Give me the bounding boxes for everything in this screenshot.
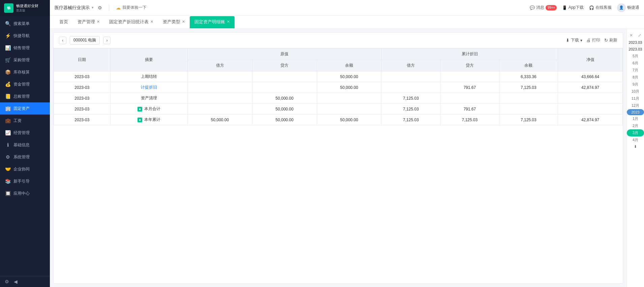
right-panel-close-icon[interactable]: ✕ [630,33,633,38]
sidebar-footer: ⚙ ◀ [0,276,50,287]
refresh-btn[interactable]: ↻ 刷新 [604,37,617,43]
col-orig-debit: 借方 [188,60,252,71]
download-btn[interactable]: ⬇ 下载 ▾ [566,37,582,43]
sidebar-item-app-center[interactable]: 🔲 应用中心 [0,187,50,199]
right-panel-header: ✕ ⤢ [627,32,644,39]
app-title: 畅捷通好业财 [16,3,38,8]
company-settings-icon[interactable]: ⚙ [98,5,102,10]
table-row: 2023-03资产清理50,000.007,125.03 [54,93,623,104]
timeline-year-badge[interactable]: 2023 [627,109,644,115]
tab-depreciation-stats[interactable]: 固定资产折旧统计表 ✕ [104,16,158,28]
sidebar-item-salary[interactable]: 💼 工资 [0,115,50,127]
app-center-icon: 🔲 [5,190,11,196]
print-icon: 🖨 [586,38,591,43]
sidebar-item-ledger[interactable]: 📒 总账管理 [0,90,50,102]
sidebar-item-label: 系统管理 [13,154,30,160]
sidebar-item-label: 工资 [13,118,22,124]
table-row: 2023-03计提折旧50,000.00791.677,125.0342,874… [54,82,623,93]
guide-icon: 📚 [5,178,11,184]
tab-asset-detail[interactable]: 固定资产明细账 ✕ [190,16,235,28]
experience-btn[interactable]: ☁ 我要体验一下 [116,5,147,10]
refresh-icon: ↻ [604,38,608,43]
avatar: 👤 [617,3,626,12]
next-asset-btn[interactable]: › [103,37,111,44]
sidebar: 畅 畅捷通好业财 普及版 🔍 搜索菜单 ⚡ 快捷导航 📊 销售管理 🛒 采购管理… [0,0,50,287]
download-chevron: ▾ [580,38,582,43]
tab-asset-type-close[interactable]: ✕ [182,20,185,24]
sidebar-item-purchase[interactable]: 🛒 采购管理 [0,54,50,66]
sidebar-item-system[interactable]: ⚙ 系统管理 [0,151,50,163]
sidebar-item-label: 企业协同 [13,166,30,172]
col-accumulated-dep: 累计折旧 [381,49,558,60]
timeline-month-7[interactable]: 7月 [627,67,644,74]
sidebar-item-label: 基础信息 [13,142,30,148]
print-btn[interactable]: 🖨 打印 [586,37,600,43]
messages-btn[interactable]: 💬 消息 99++ [530,5,556,10]
sidebar-item-label: 搜索菜单 [13,21,30,27]
sidebar-item-label: 固定资产 [13,106,30,111]
search-icon: 🔍 [5,21,11,27]
table-row: 2023-03■本年累计50,000.0050,000.0050,000.007… [54,115,623,125]
company-selector[interactable]: 医疗器械行业演示 ▾ [55,5,94,11]
timeline-month-9[interactable]: 9月 [627,81,644,88]
tab-asset-detail-label: 固定资产明细账 [194,19,225,25]
sidebar-item-guide[interactable]: 📚 新手引导 [0,175,50,187]
timeline-month-12[interactable]: 12月 [627,102,644,109]
sidebar-item-sales[interactable]: 📊 销售管理 [0,42,50,54]
asset-toolbar: ‹ 000001 电脑 › ⬇ 下载 ▾ 🖨 打印 ↻ 刷新 [54,33,623,48]
sidebar-item-basic-info[interactable]: ℹ 基础信息 [0,139,50,151]
timeline-month-3[interactable]: 3月 [627,129,644,136]
tab-asset-type[interactable]: 资产类型 ✕ [158,16,190,28]
timeline-month-11[interactable]: 11月 [627,95,644,102]
timeline-month-1[interactable]: 1月 [627,115,644,122]
sales-icon: 📊 [5,45,11,51]
timeline-month-8[interactable]: 8月 [627,74,644,81]
customer-service-btn[interactable]: 🎧 在线客服 [589,5,612,10]
sidebar-item-label: 资金管理 [13,82,30,87]
col-acc-credit: 贷方 [440,60,499,71]
prev-asset-btn[interactable]: ‹ [59,37,66,44]
timeline-months-after: 1月 2月 3月 4月 [627,115,644,144]
right-panel-expand-icon[interactable]: ⤢ [638,33,641,38]
timeline-months-before: 5月 6月 7月 8月 9月 10月 11月 12月 [627,53,644,109]
tab-asset-mgmt-close[interactable]: ✕ [97,20,100,24]
app-subtitle: 普及版 [16,8,38,13]
timeline-year-top: 2023.03 [629,39,642,46]
tab-asset-mgmt[interactable]: 资产管理 ✕ [73,16,104,28]
tab-asset-detail-close[interactable]: ✕ [227,20,230,24]
timeline-month-10[interactable]: 10月 [627,88,644,95]
sidebar-item-enterprise[interactable]: 🤝 企业协同 [0,163,50,175]
user-profile[interactable]: 👤 畅捷通 [617,3,639,12]
timeline-month-2[interactable]: 2月 [627,122,644,129]
sidebar-item-inventory[interactable]: 📦 库存核算 [0,66,50,78]
tab-depreciation-stats-close[interactable]: ✕ [150,20,153,24]
timeline-month-5[interactable]: 5月 [627,53,644,60]
customer-service-icon: 🎧 [589,5,594,10]
sidebar-item-label: 新手引导 [13,179,30,184]
col-date: 日期 [54,49,111,71]
sidebar-item-fixed-assets[interactable]: 🏢 固定资产 [0,102,50,115]
table-row: 2023-03上期结转50,000.006,333.3643,666.64 [54,71,623,82]
tab-home[interactable]: 首页 [55,16,73,28]
right-panel: ✕ ⤢ 2023.03 2023.03 5月 6月 7月 8月 9月 10月 1… [626,29,644,287]
enterprise-icon: 🤝 [5,166,11,172]
quick-nav-icon: ⚡ [5,33,11,39]
fixed-assets-icon: 🏢 [5,105,11,111]
collapse-sidebar-icon[interactable]: ◀ [14,279,18,284]
company-chevron-icon: ▾ [92,5,94,10]
app-download-btn[interactable]: 📱 App下载 [562,5,584,10]
topbar-divider [109,4,109,11]
messages-label: 消息 [536,5,544,10]
sidebar-item-quick-nav[interactable]: ⚡ 快捷导航 [0,30,50,42]
settings-footer-icon[interactable]: ⚙ [5,279,9,284]
sidebar-item-search[interactable]: 🔍 搜索菜单 [0,18,50,30]
timeline-month-6[interactable]: 6月 [627,60,644,67]
sidebar-item-operations[interactable]: 📈 经营管理 [0,127,50,139]
timeline-month-4[interactable]: 4月 [627,136,644,144]
sidebar-item-label: 销售管理 [13,45,30,51]
purchase-icon: 🛒 [5,57,11,63]
sidebar-item-funds[interactable]: 💰 资金管理 [0,78,50,90]
operations-icon: 📈 [5,130,11,136]
timeline-down-arrow[interactable]: ⬇ [627,144,644,150]
customer-service-label: 在线客服 [595,5,612,10]
